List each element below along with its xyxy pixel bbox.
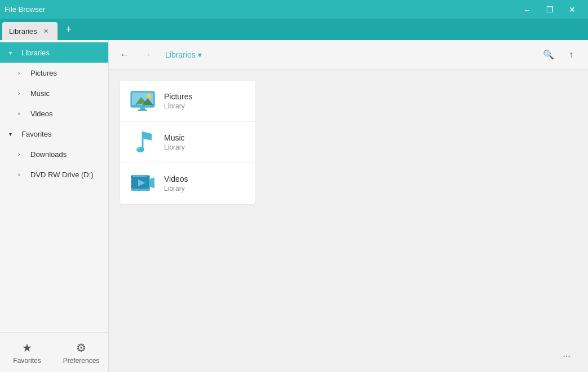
- sidebar-item-favorites[interactable]: ▾ Favorites: [0, 124, 108, 144]
- tab-libraries[interactable]: Libraries ✕: [2, 22, 58, 40]
- favorites-bottom-label: Favorites: [13, 357, 41, 365]
- pictures-info: Pictures Library: [164, 92, 193, 110]
- pictures-icon: [129, 87, 156, 115]
- up-button[interactable]: ↑: [561, 46, 581, 64]
- sidebar-label-favorites: Favorites: [21, 130, 51, 138]
- pictures-name: Pictures: [164, 92, 193, 101]
- title-bar: File Browser – ❐ ✕: [0, 0, 588, 19]
- chevron-right-icon: ›: [18, 172, 26, 178]
- maximize-button[interactable]: ❐: [538, 0, 561, 19]
- breadcrumb-label: Libraries: [165, 50, 196, 59]
- chevron-down-icon: ▾: [9, 131, 17, 137]
- sidebar-label-music: Music: [30, 89, 50, 98]
- list-item[interactable]: Music Library: [120, 122, 255, 163]
- sidebar-item-libraries[interactable]: ▾ Libraries: [0, 42, 108, 63]
- chevron-right-icon: ›: [18, 111, 26, 117]
- svg-point-8: [137, 147, 140, 150]
- sidebar-item-dvd[interactable]: › DVD RW Drive (D:): [0, 164, 108, 185]
- breadcrumb-chevron-icon: ▾: [198, 50, 202, 59]
- back-button[interactable]: ←: [116, 46, 134, 64]
- sidebar: ▾ Libraries › Pictures › Music › Videos …: [0, 40, 109, 372]
- title-bar-left: File Browser: [5, 5, 45, 14]
- svg-rect-16: [147, 185, 149, 187]
- address-bar-actions: 🔍 ↑: [538, 46, 581, 64]
- svg-rect-15: [147, 181, 149, 183]
- address-bar: ← → Libraries ▾ 🔍 ↑: [109, 40, 588, 69]
- sidebar-label-libraries: Libraries: [21, 49, 50, 57]
- svg-point-4: [147, 94, 151, 98]
- music-info: Music Library: [164, 133, 185, 151]
- svg-rect-11: [131, 176, 133, 178]
- sidebar-label-dvd: DVD RW Drive (D:): [30, 170, 94, 179]
- videos-name: Videos: [164, 174, 188, 183]
- sidebar-item-downloads[interactable]: › Downloads: [0, 144, 108, 164]
- tab-close-icon[interactable]: ✕: [42, 27, 51, 36]
- sidebar-item-pictures[interactable]: › Pictures: [0, 63, 108, 83]
- title-bar-controls: – ❐ ✕: [516, 0, 583, 19]
- music-name: Music: [164, 133, 185, 142]
- sidebar-label-videos: Videos: [30, 110, 53, 118]
- new-tab-button[interactable]: +: [60, 20, 78, 38]
- list-item[interactable]: Videos Library: [120, 163, 255, 204]
- sidebar-label-pictures: Pictures: [30, 69, 57, 77]
- main-layout: ▾ Libraries › Pictures › Music › Videos …: [0, 40, 588, 372]
- content-area: ← → Libraries ▾ 🔍 ↑: [109, 40, 588, 372]
- chevron-right-icon: ›: [18, 90, 26, 97]
- svg-rect-5: [140, 107, 145, 110]
- breadcrumb-libraries[interactable]: Libraries ▾: [161, 48, 206, 62]
- forward-button[interactable]: →: [138, 46, 156, 64]
- videos-type: Library: [164, 185, 188, 192]
- star-icon: ★: [22, 341, 32, 355]
- tab-label: Libraries: [9, 27, 37, 36]
- svg-rect-13: [131, 185, 133, 187]
- chevron-right-icon: ›: [18, 70, 26, 76]
- list-item[interactable]: Pictures Library: [120, 81, 255, 122]
- svg-rect-14: [147, 176, 149, 178]
- sidebar-item-videos[interactable]: › Videos: [0, 103, 108, 124]
- sidebar-content: ▾ Libraries › Pictures › Music › Videos …: [0, 40, 108, 332]
- music-type: Library: [164, 143, 185, 151]
- videos-info: Videos Library: [164, 174, 188, 192]
- videos-icon: [129, 170, 156, 197]
- file-grid: Pictures Library: [109, 69, 588, 215]
- tab-bar: Libraries ✕ +: [0, 19, 588, 40]
- music-icon: [129, 129, 156, 156]
- pictures-type: Library: [164, 102, 193, 110]
- svg-rect-6: [138, 110, 147, 111]
- up-icon: ↑: [569, 50, 573, 60]
- sidebar-item-music[interactable]: › Music: [0, 83, 108, 103]
- preferences-bottom-label: Preferences: [63, 357, 100, 365]
- overflow-button[interactable]: ···: [556, 349, 577, 363]
- close-button[interactable]: ✕: [561, 0, 583, 19]
- app-title: File Browser: [5, 5, 45, 14]
- content-wrapper: Pictures Library: [109, 69, 588, 372]
- search-icon: 🔍: [543, 49, 554, 60]
- grid-items: Pictures Library: [120, 81, 255, 204]
- breadcrumb-area: Libraries ▾: [161, 48, 534, 62]
- preferences-bottom-button[interactable]: ⚙ Preferences: [54, 333, 108, 372]
- chevron-right-icon: ›: [18, 151, 26, 157]
- sidebar-label-downloads: Downloads: [30, 150, 67, 159]
- search-button[interactable]: 🔍: [538, 46, 559, 64]
- minimize-button[interactable]: –: [516, 0, 538, 19]
- svg-rect-12: [131, 181, 133, 183]
- chevron-down-icon: ▾: [9, 50, 17, 56]
- favorites-bottom-button[interactable]: ★ Favorites: [0, 333, 54, 372]
- sidebar-bottom: ★ Favorites ⚙ Preferences: [0, 332, 108, 372]
- gear-icon: ⚙: [76, 341, 86, 355]
